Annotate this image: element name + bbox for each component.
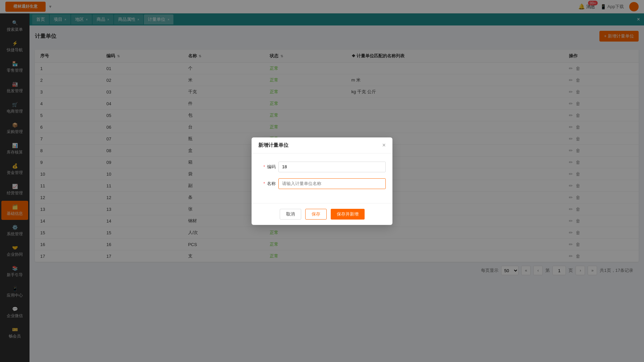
code-label: * 编码 [258, 164, 278, 170]
save-button[interactable]: 保存 [305, 209, 327, 220]
required-star: * [263, 164, 265, 169]
modal-title: 新增计量单位 [258, 142, 288, 148]
cancel-button[interactable]: 取消 [280, 209, 301, 220]
add-unit-modal: 新增计量单位 × * 编码 * 名称 取消 保存 保存并新增 [252, 137, 392, 225]
save-and-new-button[interactable]: 保存并新增 [331, 209, 365, 220]
form-row-name: * 名称 [258, 178, 386, 189]
form-row-code: * 编码 [258, 162, 386, 172]
modal-overlay: 新增计量单位 × * 编码 * 名称 取消 保存 保存并新增 [0, 0, 644, 362]
modal-body: * 编码 * 名称 [252, 154, 392, 203]
required-star-name: * [263, 181, 265, 186]
code-input[interactable] [278, 162, 386, 172]
modal-close-button[interactable]: × [382, 142, 386, 148]
name-input[interactable] [278, 178, 386, 189]
name-label: * 名称 [258, 181, 278, 187]
modal-footer: 取消 保存 保存并新增 [252, 203, 392, 225]
modal-header: 新增计量单位 × [252, 137, 392, 154]
